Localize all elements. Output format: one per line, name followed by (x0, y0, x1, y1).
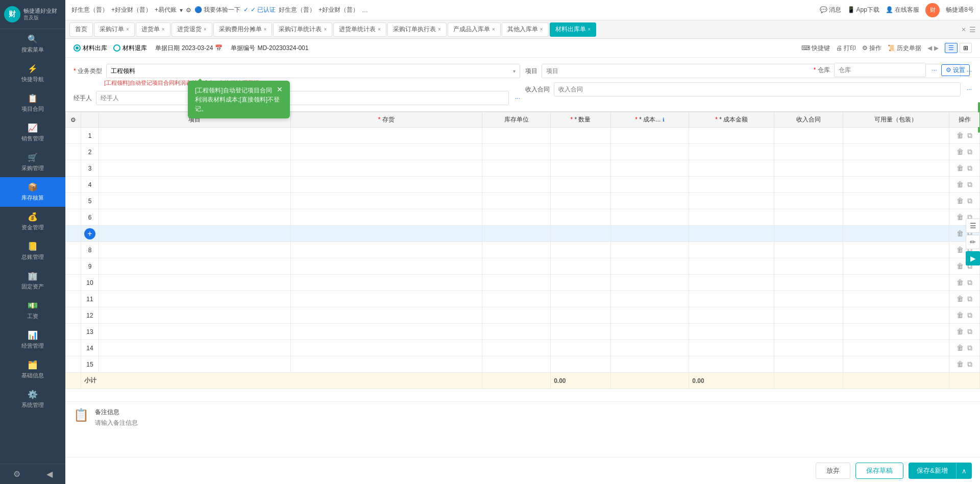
sidebar-item-ledger[interactable]: 📒总账管理 (0, 236, 65, 266)
tab-0[interactable]: 首页 (69, 22, 93, 37)
copy-row-3-btn[interactable]: ⧉ (967, 164, 972, 172)
row-cost-amount-12[interactable] (689, 307, 774, 324)
row-unit-4[interactable] (482, 177, 551, 193)
nav-good-biz2[interactable]: 好生意（普） (279, 6, 315, 14)
row-unit-5[interactable] (482, 193, 551, 209)
tab-close-5[interactable]: × (324, 27, 327, 32)
row-project-11[interactable] (99, 291, 291, 307)
row-inventory-6[interactable] (290, 209, 482, 226)
tab-8[interactable]: 产成品入库单 × (448, 22, 501, 37)
tab-close-10[interactable]: × (588, 27, 591, 32)
row-cost-amount-8[interactable] (689, 242, 774, 258)
row-cost-amount-14[interactable] (689, 340, 774, 356)
row-cost-14[interactable] (610, 340, 689, 356)
copy-row-1-btn[interactable]: ⧉ (967, 131, 972, 139)
right-tool-teal[interactable]: ▶ (966, 251, 980, 265)
row-available-8[interactable] (843, 242, 949, 258)
shortcut-btn[interactable]: ⌨ 快捷键 (801, 44, 830, 53)
row-cost-12[interactable] (610, 307, 689, 324)
copy-row-12-btn[interactable]: ⧉ (967, 311, 972, 319)
row-project-9[interactable] (99, 258, 291, 275)
right-tool-1[interactable]: ☰ (966, 219, 980, 233)
sidebar-item-finance[interactable]: 💰资金管理 (0, 207, 65, 236)
sidebar-item-basic[interactable]: 🗂️基础信息 (0, 355, 65, 384)
row-project-2[interactable] (99, 144, 291, 160)
operation-btn[interactable]: ⚙ 操作 (862, 44, 881, 53)
row-project-5[interactable] (99, 193, 291, 209)
row-cost-amount-10[interactable] (689, 275, 774, 291)
single-no-value[interactable]: MD-20230324-001 (257, 44, 308, 52)
nav-easy-account[interactable]: +易代账 (155, 6, 177, 14)
row-qty-6[interactable] (551, 209, 611, 226)
row-unit-1[interactable] (482, 128, 551, 144)
row-unit-9[interactable] (482, 258, 551, 275)
nav-more-arrow[interactable]: ▾ (180, 7, 183, 14)
row-cost-amount-7[interactable] (689, 226, 774, 242)
row-qty-1[interactable] (551, 128, 611, 144)
right-tool-edit[interactable]: ✏ (966, 235, 980, 249)
tab-2[interactable]: 进货单 × (136, 22, 170, 37)
row-unit-6[interactable] (482, 209, 551, 226)
row-project-15[interactable] (99, 356, 291, 373)
row-unit-10[interactable] (482, 275, 551, 291)
row-project-4[interactable] (99, 177, 291, 193)
row-cost-amount-11[interactable] (689, 291, 774, 307)
row-project-7[interactable] (99, 226, 291, 242)
date-value[interactable]: 2023-03-24 (182, 44, 213, 52)
row-cost-amount-9[interactable] (689, 258, 774, 275)
row-unit-2[interactable] (482, 144, 551, 160)
row-project-8[interactable] (99, 242, 291, 258)
row-cost-4[interactable] (610, 177, 689, 193)
tab-close-2[interactable]: × (162, 27, 165, 32)
tab-7[interactable]: 采购订单执行表 × (387, 22, 447, 37)
row-cost-1[interactable] (610, 128, 689, 144)
row-income-contract-15[interactable] (774, 356, 843, 373)
delete-row-11-btn[interactable]: 🗑 (957, 295, 964, 303)
row-cost-amount-1[interactable] (689, 128, 774, 144)
row-qty-7[interactable] (551, 226, 611, 242)
delete-row-15-btn[interactable]: 🗑 (957, 360, 964, 368)
income-contract-input[interactable] (554, 82, 961, 96)
row-available-14[interactable] (843, 340, 949, 356)
copy-row-15-btn[interactable]: ⧉ (967, 360, 972, 368)
tooltip-close[interactable]: ✕ (277, 86, 283, 93)
row-inventory-5[interactable] (290, 193, 482, 209)
sidebar-item-operation[interactable]: 📊经营管理 (0, 325, 65, 355)
row-project-14[interactable] (99, 340, 291, 356)
row-income-contract-8[interactable] (774, 242, 843, 258)
tab-3[interactable]: 进货退货 × (172, 22, 212, 37)
grid-view-btn[interactable]: ⊞ (960, 43, 972, 53)
row-unit-13[interactable] (482, 324, 551, 340)
add-row-btn[interactable]: + (84, 228, 95, 239)
row-inventory-2[interactable] (290, 144, 482, 160)
row-inventory-12[interactable] (290, 307, 482, 324)
try-link[interactable]: 🔵 我要体验一下 (194, 6, 240, 14)
row-available-11[interactable] (843, 291, 949, 307)
nav-good-finance2[interactable]: +好业财（普） (318, 6, 359, 14)
calendar-icon[interactable]: 📅 (215, 44, 223, 52)
row-cost-amount-5[interactable] (689, 193, 774, 209)
row-available-7[interactable] (843, 226, 949, 242)
row-available-6[interactable] (843, 209, 949, 226)
delete-row-12-btn[interactable]: 🗑 (957, 311, 964, 319)
row-available-13[interactable] (843, 324, 949, 340)
tab-close-4[interactable]: × (264, 27, 267, 32)
row-income-contract-2[interactable] (774, 144, 843, 160)
delete-row-8-btn[interactable]: 🗑 (957, 246, 964, 254)
close-all-btn[interactable]: ✕ (961, 26, 966, 33)
delete-row-13-btn[interactable]: 🗑 (957, 327, 964, 335)
data-table-wrapper[interactable]: ⚙ 项目 存货 库存单位 * 数量 * 成本... ℹ * 成本金额 收入合同 … (65, 111, 980, 401)
row-unit-15[interactable] (482, 356, 551, 373)
row-income-contract-11[interactable] (774, 291, 843, 307)
sidebar-item-inventory[interactable]: 📦库存核算 (0, 177, 65, 207)
list-view-btn[interactable]: ☰ (945, 43, 958, 53)
save-draft-button[interactable]: 保存草稿 (855, 463, 903, 479)
row-cost-amount-13[interactable] (689, 324, 774, 340)
row-project-10[interactable] (99, 275, 291, 291)
row-income-contract-4[interactable] (774, 177, 843, 193)
tab-6[interactable]: 进货单统计表 × (333, 22, 386, 37)
row-qty-15[interactable] (551, 356, 611, 373)
settings-icon[interactable]: ⚙ (186, 7, 191, 14)
row-inventory-10[interactable] (290, 275, 482, 291)
remarks-input[interactable] (95, 419, 177, 449)
